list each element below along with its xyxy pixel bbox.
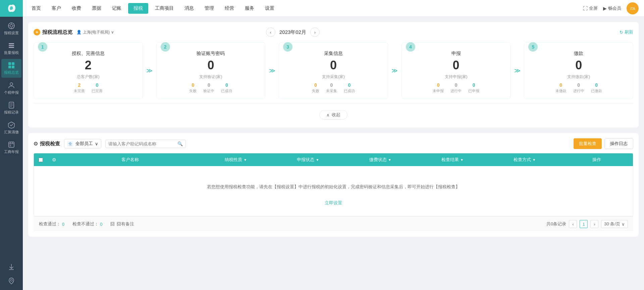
nav-operation[interactable]: 经营 xyxy=(219,0,239,17)
sidebar-item-location[interactable] xyxy=(1,275,21,287)
select-all-checkbox[interactable] xyxy=(39,158,43,162)
flow-step-5: 5 缴款 0 支持缴款(家) 0 未缴款 0 进行中 xyxy=(524,42,633,99)
step-subtitle-4: 支持申报(家) xyxy=(406,74,506,80)
app-logo[interactable] xyxy=(0,0,23,17)
filter-icon-2: ▼ xyxy=(316,158,319,162)
operation-log-btn[interactable]: 操作日志 xyxy=(604,138,633,149)
step-title-4: 申报 xyxy=(406,51,506,57)
sidebar-label-batch-tax: 批量报税 xyxy=(4,51,19,55)
th-checkbox[interactable] xyxy=(34,154,47,165)
svg-rect-14 xyxy=(12,66,14,68)
next-page-btn[interactable]: › xyxy=(590,220,598,228)
arrow-4: ≫ xyxy=(511,42,524,99)
filter-icon-4: ▼ xyxy=(460,158,464,162)
sidebar-item-download[interactable] xyxy=(1,261,21,273)
setup-link[interactable]: 立即设置 xyxy=(325,200,342,205)
nav-commerce[interactable]: 工商项目 xyxy=(150,0,179,17)
personal-tax-icon xyxy=(8,82,15,89)
th-tax-nature[interactable]: 纳税性质 ▼ xyxy=(200,153,272,166)
overview-title: + 报税流程总览 xyxy=(34,29,72,35)
location-person-icon: 👤 xyxy=(76,30,82,34)
section-divider xyxy=(34,103,633,103)
forward-arrow-icon-3: ≫ xyxy=(391,67,398,74)
svg-text:iTA: iTA xyxy=(630,7,635,11)
prev-page-btn[interactable]: ‹ xyxy=(569,220,577,228)
nav-invoice[interactable]: 票据 xyxy=(87,0,107,17)
sidebar-item-settlement[interactable]: 汇算清缴 xyxy=(1,119,21,137)
stat-1-0: 2 未完善 xyxy=(74,82,85,93)
th-check-method[interactable]: 检查方式 ▼ xyxy=(489,153,561,166)
refresh-btn[interactable]: ↻ 刷新 xyxy=(620,29,633,35)
empty-message: 若您想使用报税检查功能，请先在【报税设置】中进行报税的初始化设置，完成密码验证和… xyxy=(200,176,467,197)
collapse-up-icon: ∧ xyxy=(326,113,330,118)
nav-accounting[interactable]: 记账 xyxy=(107,0,127,17)
refresh-icon: ↻ xyxy=(620,30,623,35)
pass-count[interactable]: 0 xyxy=(62,222,64,227)
collapse-btn[interactable]: ∧ 收起 xyxy=(319,110,347,120)
sidebar-item-tax-settings[interactable]: 报税设置 xyxy=(1,19,21,38)
fail-count[interactable]: 0 xyxy=(100,222,102,227)
stat-2-1: 0 验证中 xyxy=(203,82,214,93)
step-num-3: 3 xyxy=(283,42,292,52)
flow-steps: 1 授权、完善信息 2 总客户数(家) 2 未完善 0 已完善 xyxy=(34,42,633,99)
step-stats-3: 0 失败 0 未采集 0 已成功 xyxy=(283,82,384,93)
stat-4-0: 0 未申报 xyxy=(433,82,444,93)
stat-2-0: 0 失败 xyxy=(189,82,197,93)
nav-customer[interactable]: 客户 xyxy=(46,0,66,17)
nav-menu: 首页 客户 收费 票据 记账 报税 工商项目 消息 管理 经营 服务 设置 xyxy=(23,0,583,17)
nav-management[interactable]: 管理 xyxy=(199,0,219,17)
sidebar-item-tax-record[interactable]: 报税记录 xyxy=(1,99,21,117)
nav-message[interactable]: 消息 xyxy=(179,0,199,17)
nav-settings[interactable]: 设置 xyxy=(260,0,280,17)
th-settings[interactable]: ⚙ xyxy=(47,154,61,166)
staff-selector[interactable]: 全 全部员工 ∨ xyxy=(64,139,101,148)
table-footer: 检查通过： 0 检查不通过： 0 囧 囧有备注 共0条记录 ‹ 1 › xyxy=(34,216,633,231)
prev-month-btn[interactable]: ‹ xyxy=(266,27,275,37)
sidebar-label-settlement: 汇算清缴 xyxy=(4,130,19,134)
total-records: 共0条记录 xyxy=(546,221,566,227)
flow-step-3: 3 采集信息 0 支持采集(家) 0 失败 0 未采集 xyxy=(279,42,388,99)
taxcheck-table: ⚙ 客户名称 纳税性质 ▼ 申报状态 ▼ 缴费状态 ▼ xyxy=(34,153,633,216)
step-title-3: 采集信息 xyxy=(283,51,384,57)
th-check-result[interactable]: 检查结果 ▼ xyxy=(416,153,488,166)
th-customer-name: 客户名称 xyxy=(61,153,200,166)
footer-note: 囧 囧有备注 xyxy=(110,221,134,227)
record-icon xyxy=(8,101,15,109)
th-declare-status[interactable]: 申报状态 ▼ xyxy=(272,153,344,166)
location-selector[interactable]: 👤 上海(电子税局) ∨ xyxy=(76,29,114,35)
nav-service[interactable]: 服务 xyxy=(239,0,260,17)
taxcheck-section: ⊙ 报税检查 全 全部员工 ∨ 🔍 批量检查 操作日志 xyxy=(28,133,639,237)
chevron-down-icon-staff: ∨ xyxy=(95,141,98,146)
nav-fee[interactable]: 收费 xyxy=(66,0,87,17)
overview-icon xyxy=(8,62,15,69)
fullscreen-btn[interactable]: ⛶ 全屏 xyxy=(583,5,598,11)
plus-icon: + xyxy=(34,29,40,35)
stat-1-1: 0 已完善 xyxy=(92,82,103,93)
svg-point-27 xyxy=(10,279,12,281)
step-title-1: 授权、完善信息 xyxy=(38,51,139,57)
taxcheck-title: ⊙ 报税检查 xyxy=(34,141,60,147)
sidebar-item-personal-tax[interactable]: 个税申报 xyxy=(1,79,21,97)
stat-3-1: 0 未采集 xyxy=(326,82,337,93)
sidebar-item-annual-report[interactable]: 工商年报 xyxy=(1,138,21,157)
pagination: 共0条记录 ‹ 1 › 30 条/页 ∨ xyxy=(546,220,628,228)
step-num-1: 1 xyxy=(38,42,47,52)
next-month-btn[interactable]: › xyxy=(310,27,320,37)
sidebar-label-annual-report: 工商年报 xyxy=(4,150,19,154)
nav-tax[interactable]: 报税 xyxy=(128,3,148,14)
sidebar-bottom xyxy=(1,261,21,287)
step-title-2: 验证账号密码 xyxy=(161,51,261,57)
nav-home[interactable]: 首页 xyxy=(26,0,46,17)
staff-badge: 全 xyxy=(67,141,73,147)
page-size-selector[interactable]: 30 条/页 ∨ xyxy=(601,220,628,228)
sidebar-item-batch-tax[interactable]: 批量报税 xyxy=(1,39,21,58)
step-count-3: 0 xyxy=(283,59,384,71)
search-icon[interactable]: 🔍 xyxy=(177,141,183,146)
th-pay-status[interactable]: 缴费状态 ▼ xyxy=(344,153,416,166)
search-input[interactable] xyxy=(108,141,175,146)
member-btn[interactable]: ▶ 畅会员 xyxy=(603,5,621,11)
sidebar-item-overview[interactable]: 报税总览 xyxy=(1,59,21,77)
avatar[interactable]: iTA xyxy=(627,2,639,14)
overview-section: + 报税流程总览 👤 上海(电子税局) ∨ ‹ 2023年02月 › ↻ 刷新 xyxy=(28,22,639,128)
batch-check-btn[interactable]: 批量检查 xyxy=(574,138,602,149)
